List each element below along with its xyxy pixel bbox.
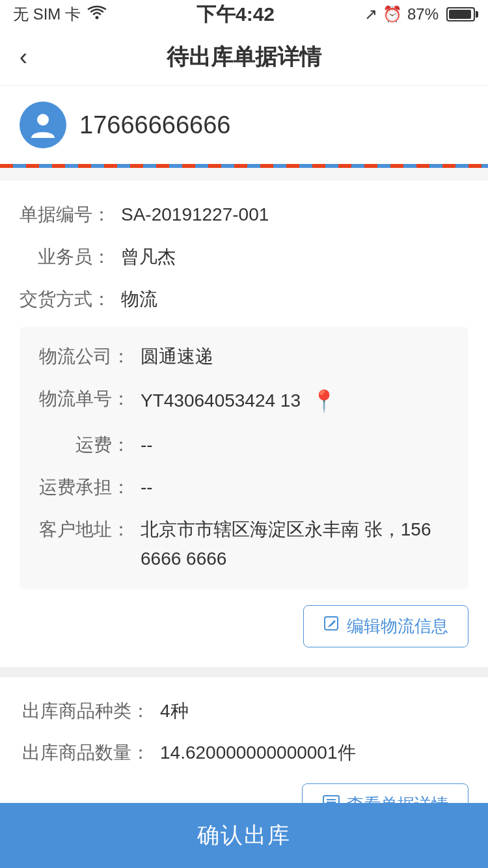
status-right: ↗ ⏰ 87% (364, 5, 475, 23)
location-status-icon: ↗ (364, 5, 377, 23)
company-value: 圆通速递 (141, 342, 449, 372)
sales-label: 业务员： (20, 243, 111, 272)
edit-logistics-button[interactable]: 编辑物流信息 (303, 605, 468, 647)
alarm-icon: ⏰ (383, 5, 402, 23)
document-row: 单据编号： SA-20191227-001 (20, 200, 468, 230)
confirm-button-bar[interactable]: 确认出库 (0, 803, 488, 868)
battery-percent: 87% (407, 5, 439, 23)
freight-bearer-label: 运费承担： (39, 473, 130, 502)
document-label: 单据编号： (20, 200, 111, 230)
freight-bearer-row: 运费承担： -- (39, 473, 449, 502)
tracking-number: YT43064053424 13 (141, 387, 301, 416)
goods-types-value: 4种 (160, 697, 468, 726)
company-label: 物流公司： (39, 342, 130, 372)
svg-point-1 (37, 114, 49, 126)
logistics-section: 物流公司： 圆通速递 物流单号： YT43064053424 13 📍 运费： … (20, 327, 468, 589)
carrier-label: 无 SIM 卡 (13, 4, 81, 25)
goods-quantity-value: 14.620000000000001件 (160, 739, 468, 768)
delivery-row: 交货方式： 物流 (20, 285, 468, 314)
freight-label: 运费： (39, 431, 130, 460)
freight-bearer-value: -- (141, 473, 449, 502)
tracking-value: YT43064053424 13 📍 (141, 385, 449, 418)
status-left: 无 SIM 卡 (13, 4, 107, 25)
nav-bar: ‹ 待出库单据详情 (0, 29, 488, 86)
sales-row: 业务员： 曾凡杰 (20, 243, 468, 272)
wifi-icon (87, 5, 107, 23)
delivery-value: 物流 (121, 285, 468, 314)
status-time: 下午4:42 (197, 1, 275, 28)
tracking-label: 物流单号： (39, 385, 130, 414)
address-label: 客户地址： (39, 515, 130, 545)
battery-icon (446, 7, 475, 21)
tracking-row: 物流单号： YT43064053424 13 📍 (39, 385, 449, 418)
page-title: 待出库单据详情 (167, 42, 321, 72)
company-row: 物流公司： 圆通速递 (39, 342, 449, 372)
document-value: SA-20191227-001 (121, 200, 468, 230)
back-button[interactable]: ‹ (20, 37, 40, 77)
sales-value: 曾凡杰 (121, 243, 468, 272)
gray-separator (0, 667, 488, 677)
edit-btn-row: 编辑物流信息 (20, 605, 468, 647)
freight-value: -- (141, 431, 449, 460)
edit-icon (323, 616, 340, 637)
goods-types-row: 出库商品种类： 4种 (20, 697, 468, 726)
address-value: 北京市市辖区海淀区永丰南 张，156 6666 6666 (141, 515, 449, 574)
edit-logistics-label: 编辑物流信息 (347, 615, 448, 638)
dashed-divider (0, 164, 488, 168)
customer-header: 17666666666 (0, 86, 488, 164)
status-bar: 无 SIM 卡 下午4:42 ↗ ⏰ 87% (0, 0, 488, 29)
goods-quantity-label: 出库商品数量： (20, 739, 150, 768)
avatar (20, 102, 66, 148)
confirm-button-label: 确认出库 (197, 821, 291, 850)
svg-point-0 (96, 16, 99, 20)
basic-info-section: 单据编号： SA-20191227-001 业务员： 曾凡杰 交货方式： 物流 … (0, 181, 488, 667)
goods-quantity-row: 出库商品数量： 14.620000000000001件 (20, 739, 468, 768)
customer-phone: 17666666666 (79, 111, 230, 139)
goods-types-label: 出库商品种类： (20, 697, 150, 726)
freight-row: 运费： -- (39, 431, 449, 460)
address-row: 客户地址： 北京市市辖区海淀区永丰南 张，156 6666 6666 (39, 515, 449, 574)
map-pin-icon[interactable]: 📍 (311, 385, 337, 418)
delivery-label: 交货方式： (20, 285, 111, 314)
